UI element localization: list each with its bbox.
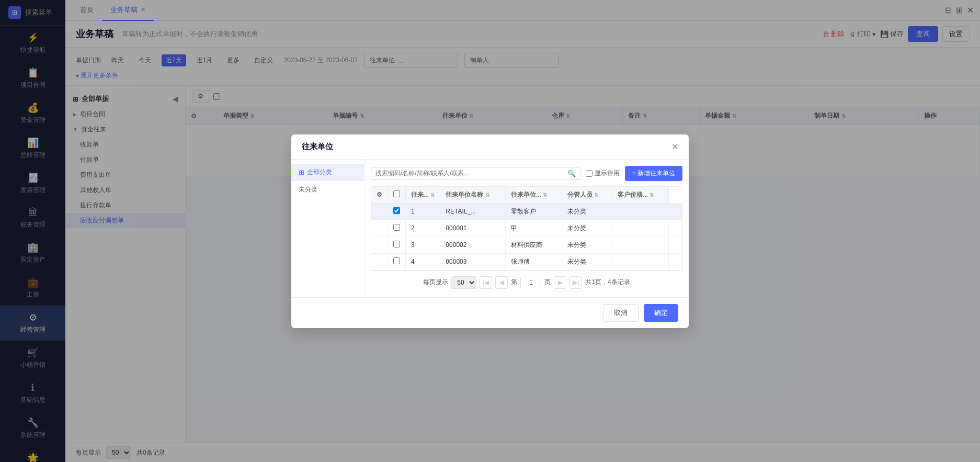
- show-disabled-label[interactable]: 显示停用: [586, 169, 620, 178]
- dialog-title: 往来单位: [302, 142, 333, 152]
- partner-search-box[interactable]: 🔍: [371, 167, 580, 180]
- dialog-select-all[interactable]: [393, 190, 400, 197]
- cancel-button[interactable]: 取消: [603, 304, 639, 322]
- row-salesperson: [612, 220, 668, 236]
- dialog-per-page-select[interactable]: 50: [451, 276, 476, 289]
- dialog-tree-unclassified-label: 未分类: [299, 185, 317, 194]
- dialog-th-code: 往来... ⇅: [406, 187, 440, 204]
- row-checkbox-cell[interactable]: [388, 220, 406, 236]
- row-salesperson: [612, 203, 668, 220]
- row-code: RETAIL_...: [440, 203, 506, 220]
- dialog-table-row[interactable]: 3 000002 材料供应商 未分类: [371, 236, 682, 253]
- dialog-table-header: ⚙ 往来... ⇅ 往来单位名称 ⇅ 往来单位... ⇅ 分管人员 ⇅ 客户价格…: [371, 187, 682, 204]
- dialog-pagination: 每页显示 50 |◀ ◀ 第 页 ▶ ▶| 共1页，4条记录: [371, 271, 682, 291]
- row-category: 未分类: [562, 203, 612, 220]
- row-salesperson: [612, 253, 668, 270]
- dialog-toolbar: 🔍 显示停用 + 新增往来单位: [371, 166, 682, 181]
- dialog-table-row[interactable]: 4 000003 张师傅 未分类: [371, 253, 682, 270]
- dialog-th-salesperson: 分管人员 ⇅: [562, 187, 612, 204]
- row-price-level: [668, 203, 681, 220]
- page-prefix: 第: [511, 278, 517, 287]
- last-page-btn[interactable]: ▶|: [569, 276, 582, 289]
- grid-icon-small: ⊞: [299, 168, 304, 176]
- dialog-th-settings: ⚙: [371, 187, 388, 204]
- dialog-tree-all[interactable]: ⊞ 全部分类: [291, 164, 364, 181]
- partner-dialog: 往来单位 ✕ ⊞ 全部分类 未分类 🔍: [291, 134, 689, 328]
- dialog-close-icon[interactable]: ✕: [671, 142, 678, 152]
- show-disabled-checkbox[interactable]: [586, 170, 592, 177]
- dialog-tree-all-label: 全部分类: [307, 168, 332, 177]
- row-num: 4: [406, 253, 440, 270]
- row-category: 未分类: [562, 220, 612, 236]
- first-page-btn[interactable]: |◀: [480, 276, 492, 289]
- add-partner-button[interactable]: + 新增往来单位: [625, 166, 682, 181]
- page-input[interactable]: [520, 277, 541, 288]
- dialog-content: 🔍 显示停用 + 新增往来单位 ⚙: [364, 160, 689, 297]
- partner-search-input[interactable]: [375, 170, 564, 177]
- next-page-btn[interactable]: ▶: [554, 276, 566, 289]
- row-settings-icon: [371, 203, 388, 220]
- dialog-tree: ⊞ 全部分类 未分类: [291, 160, 364, 297]
- dialog-tree-unclassified[interactable]: 未分类: [291, 181, 364, 198]
- row-settings-icon: [371, 236, 388, 253]
- row-category: 未分类: [562, 236, 612, 253]
- row-checkbox-cell[interactable]: [388, 236, 406, 253]
- dialog-table-row[interactable]: 2 000001 甲 未分类: [371, 220, 682, 236]
- row-checkbox-cell[interactable]: [388, 203, 406, 220]
- row-code: 000002: [440, 236, 506, 253]
- dialog-th-check: [388, 187, 406, 204]
- row-name: 张师傅: [506, 253, 562, 270]
- row-settings-icon: [371, 253, 388, 270]
- per-page-label: 每页显示: [423, 278, 448, 287]
- dialog-footer: 取消 确定: [291, 297, 689, 328]
- row-num: 2: [406, 220, 440, 236]
- row-settings-icon: [371, 220, 388, 236]
- dialog-table: ⚙ 往来... ⇅ 往来单位名称 ⇅ 往来单位... ⇅ 分管人员 ⇅ 客户价格…: [371, 187, 682, 271]
- page-suffix: 页: [544, 278, 551, 287]
- row-name: 零散客户: [506, 203, 562, 220]
- dialog-table-wrap: ⚙ 往来... ⇅ 往来单位名称 ⇅ 往来单位... ⇅ 分管人员 ⇅ 客户价格…: [371, 186, 682, 271]
- row-price-level: [668, 253, 681, 270]
- search-icon: 🔍: [567, 170, 576, 177]
- row-name: 甲: [506, 220, 562, 236]
- dialog-overlay[interactable]: 往来单位 ✕ ⊞ 全部分类 未分类 🔍: [0, 0, 980, 462]
- dialog-th-name: 往来单位名称 ⇅: [440, 187, 506, 204]
- prev-page-btn[interactable]: ◀: [495, 276, 508, 289]
- row-code: 000001: [440, 220, 506, 236]
- row-name: 材料供应商: [506, 236, 562, 253]
- row-num: 1: [406, 203, 440, 220]
- total-info: 共1页，4条记录: [585, 278, 630, 287]
- row-checkbox-cell[interactable]: [388, 253, 406, 270]
- confirm-button[interactable]: 确定: [644, 304, 678, 322]
- row-salesperson: [612, 236, 668, 253]
- row-category: 未分类: [562, 253, 612, 270]
- row-checkbox[interactable]: [393, 257, 400, 264]
- row-price-level: [668, 236, 681, 253]
- row-price-level: [668, 220, 681, 236]
- dialog-header: 往来单位 ✕: [291, 134, 689, 160]
- row-checkbox[interactable]: [393, 207, 400, 214]
- dialog-th-category: 往来单位... ⇅: [506, 187, 562, 204]
- row-code: 000003: [440, 253, 506, 270]
- dialog-table-row[interactable]: 1 RETAIL_... 零散客户 未分类: [371, 203, 682, 220]
- row-num: 3: [406, 236, 440, 253]
- row-checkbox[interactable]: [393, 241, 400, 247]
- row-checkbox[interactable]: [393, 224, 400, 231]
- dialog-body: ⊞ 全部分类 未分类 🔍 显示停用: [291, 160, 689, 297]
- dialog-th-price-level: 客户价格... ⇅: [612, 187, 668, 204]
